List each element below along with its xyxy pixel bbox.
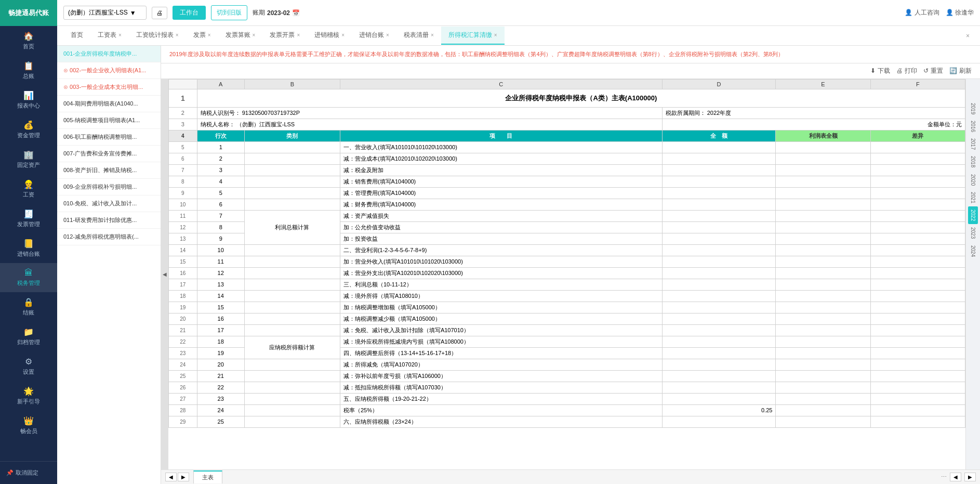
left-panel-item-007[interactable]: 007-广告费和业务宣传费摊... — [57, 146, 161, 162]
year-2017[interactable]: 2017 — [968, 135, 978, 153]
sidebar-item-archive[interactable]: 📁 归档管理 — [0, 322, 57, 351]
left-panel-item-005[interactable]: 005-纳税调整项目明细表(A1... — [57, 112, 161, 129]
sheet-tab-main[interactable]: 主表 — [193, 470, 222, 483]
sidebar-item-closing[interactable]: 🔒 结账 — [0, 292, 57, 322]
main-close-btn[interactable]: × — [962, 30, 974, 42]
sidebar-item-general-ledger[interactable]: 📋 总账 — [0, 56, 57, 85]
year-2024[interactable]: 2024 — [968, 242, 978, 260]
tab-payroll-label: 工资表 — [98, 31, 116, 40]
left-panel-item-008[interactable]: 008-资产折旧、摊销及纳税... — [57, 162, 161, 179]
sidebar-item-tax-mgmt[interactable]: 🏛 税务管理 — [0, 263, 57, 292]
tab-invoice-open[interactable]: 发票开票 × — [262, 27, 307, 45]
ledger-icon: 📋 — [23, 61, 34, 71]
prev-tab-btn[interactable]: ◀ — [165, 473, 177, 481]
sheet-toolbar: ⬇ 下载 🖨 打印 ↺ 重置 🔄 刷新 — [161, 63, 980, 79]
tab-payroll-report[interactable]: 工资统计报表 × — [129, 27, 186, 45]
next-tab-btn[interactable]: ▶ — [178, 473, 189, 481]
scroll-left-btn[interactable]: ◀ — [950, 473, 961, 481]
left-panel-item-011[interactable]: 011-研发费用加计扣除优惠... — [57, 212, 161, 229]
scroll-right-btn[interactable]: ▶ — [964, 473, 976, 481]
sidebar-label-fund-mgmt: 资金管理 — [17, 132, 40, 139]
year-2019[interactable]: 2019 — [968, 100, 978, 117]
sidebar-label-sales-ledger: 进销台账 — [17, 250, 40, 258]
tab-home[interactable]: 首页 — [63, 27, 90, 45]
left-panel-item-003[interactable]: ⊙ 003-一般企业成本支出明细... — [57, 79, 161, 96]
table-row: 11 7 利润总额计算 减：资产减值损失 — [169, 210, 965, 221]
nav-tabs: 首页 工资表 × 工资统计报表 × 发票 × 发票算账 × 发票开票 × 进销稽… — [57, 26, 980, 46]
print-button[interactable]: 🖨 打印 — [896, 67, 917, 75]
reset-button[interactable]: ↺ 重置 — [923, 67, 943, 75]
left-panel-item-012[interactable]: 012-减免所得税优惠明细表(... — [57, 229, 161, 245]
payroll-icon: 👷 — [23, 179, 34, 189]
tab-invoice-calc-label: 发票算账 — [226, 31, 250, 40]
col-f-header: F — [870, 79, 965, 89]
left-panel-item-001[interactable]: 001-企业所得税年度纳税申... — [57, 46, 161, 62]
sidebar-item-sales-ledger[interactable]: 📒 进销台账 — [0, 233, 57, 263]
tab-sales-check-close[interactable]: × — [341, 32, 345, 38]
sidebar-item-report-center[interactable]: 📊 报表中心 — [0, 85, 57, 115]
sidebar-label-member: 畅会员 — [20, 427, 37, 435]
table-row: 17 13 三、利润总额（10-11-12） — [169, 279, 965, 290]
col-lre-header: 利润表全额 — [776, 130, 870, 141]
calendar-icon[interactable]: 📅 — [292, 9, 300, 17]
tab-income-tax[interactable]: 所得税汇算清缴 × — [441, 27, 505, 45]
member-icon: 👑 — [23, 416, 34, 426]
tab-payroll-close[interactable]: × — [118, 32, 122, 38]
tab-income-tax-close[interactable]: × — [494, 32, 497, 38]
tab-tax-schedule[interactable]: 税表清册 × — [396, 27, 441, 45]
print-icon-btn[interactable]: 🖨 — [152, 7, 167, 19]
tab-invoice-calc-close[interactable]: × — [253, 32, 256, 38]
sidebar-item-member[interactable]: 👑 畅会员 — [0, 411, 57, 440]
sheet-area: ◀ — [161, 79, 980, 470]
left-panel-item-006[interactable]: 006-职工薪酬纳税调整明细... — [57, 129, 161, 146]
sidebar-item-settings[interactable]: ⚙ 设置 — [0, 351, 57, 381]
year-2023[interactable]: 2023 — [968, 224, 978, 242]
left-panel-item-010[interactable]: 010-免税、减计收入及加计... — [57, 195, 161, 212]
sidebar-item-fixed-assets[interactable]: 🏢 固定资产 — [0, 145, 57, 174]
table-row: 7 3 减：税金及附加 — [169, 164, 965, 176]
tab-invoice-calc[interactable]: 发票算账 × — [218, 27, 263, 45]
sidebar: 畅捷通易代账 🏠 首页 📋 总账 📊 报表中心 💰 资金管理 🏢 固定资产 👷 … — [0, 0, 57, 484]
table-row: 9 5 减：管理费用(填写A104000) — [169, 187, 965, 199]
table-row: 6 2 减：营业成本(填写A102010\102020\103000) — [169, 153, 965, 164]
sidebar-item-fund-mgmt[interactable]: 💰 资金管理 — [0, 115, 57, 145]
tab-invoice-open-close[interactable]: × — [297, 32, 300, 38]
refresh-button[interactable]: 🔄 刷新 — [949, 67, 972, 75]
sidebar-item-new-guide[interactable]: 🌟 新手引导 — [0, 381, 57, 411]
sidebar-item-payroll[interactable]: 👷 工资 — [0, 174, 57, 204]
year-2020[interactable]: 2020 — [968, 171, 978, 189]
topbar: (勿删）江西服宝-LSS ▼ 🖨 工作台 切到旧版 账期 2023-02 📅 👤… — [57, 0, 980, 26]
col-d-header: D — [662, 79, 776, 89]
left-panel-item-002[interactable]: ⊙ 002-一般企业收入明细表(A1... — [57, 62, 161, 79]
tab-invoice[interactable]: 发票 × — [186, 27, 218, 45]
left-panel-item-004[interactable]: 004-期间费用明细表(A1040... — [57, 96, 161, 112]
sidebar-item-home[interactable]: 🏠 首页 — [0, 26, 57, 56]
invoice-icon: 🧾 — [23, 209, 34, 219]
tab-payroll-report-label: 工资统计报表 — [136, 31, 174, 40]
year-2022[interactable]: 2022 — [968, 206, 978, 224]
sidebar-item-invoice-mgmt[interactable]: 🧾 发票管理 — [0, 204, 57, 233]
workbench-button[interactable]: 工作台 — [173, 6, 206, 20]
tab-sales-ledger[interactable]: 进销台账 × — [352, 27, 396, 45]
sheet-main[interactable]: A B C D E F 1 企业所 — [168, 79, 965, 470]
unpin-button[interactable]: 📌 取消固定 — [2, 466, 55, 480]
tab-invoice-label: 发票 — [193, 31, 206, 40]
switch-button[interactable]: 切到旧版 — [211, 5, 247, 20]
left-panel-item-009[interactable]: 009-企业所得税补亏损明细... — [57, 179, 161, 195]
download-button[interactable]: ⬇ 下载 — [870, 67, 890, 75]
tab-sales-ledger-close[interactable]: × — [386, 32, 389, 38]
year-2018[interactable]: 2018 — [968, 153, 978, 171]
collapse-button[interactable]: ◀ — [161, 79, 168, 470]
col-hangci-header: 行次 — [197, 130, 244, 141]
service-btn[interactable]: 👤 人工咨询 — [905, 8, 939, 17]
tab-payroll-report-close[interactable]: × — [176, 32, 179, 38]
year-2016[interactable]: 2016 — [968, 117, 978, 135]
tab-payroll[interactable]: 工资表 × — [90, 27, 129, 45]
company-selector[interactable]: (勿删）江西服宝-LSS ▼ — [63, 6, 147, 20]
table-row: 15 11 加：营业外收入(填写A101010\101020\103000) — [169, 256, 965, 267]
tab-invoice-close[interactable]: × — [208, 32, 211, 38]
sidebar-label-settings: 设置 — [23, 368, 34, 376]
tab-sales-check[interactable]: 进销稽核 × — [307, 27, 352, 45]
year-2021[interactable]: 2021 — [968, 189, 978, 206]
tab-tax-schedule-close[interactable]: × — [431, 32, 434, 38]
